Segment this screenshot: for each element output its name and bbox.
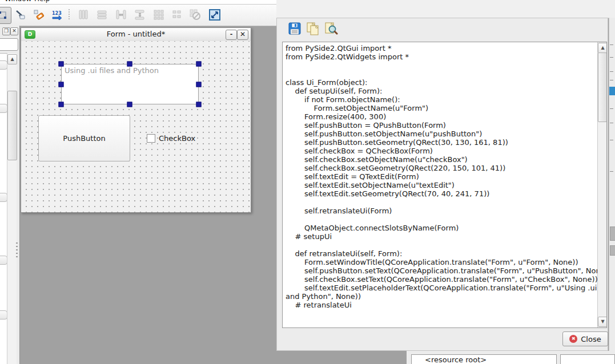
code-line: self.retranslateUi(Form) [286,207,597,215]
svg-text:123: 123 [52,11,62,16]
code-line: # setupUi [286,232,597,241]
code-line: self.textEdit.setPlaceholderText(QCoreAp… [286,284,597,292]
widget-filter-input[interactable] [0,38,18,51]
checkbox-label: CheckBox [159,134,195,143]
selection-handle-sw[interactable] [59,102,64,107]
tree-branch-mark [610,108,613,109]
layout-grid-icon [154,10,164,20]
code-line: self.pushButton = QPushButton(Form) [286,121,597,130]
layout-horizontal-splitter-button[interactable] [113,7,129,23]
find-button[interactable] [324,21,339,36]
widget-box-dock: ❐ ✕ ▲ [0,26,20,364]
layout-vertical-splitter-button[interactable] [132,7,148,23]
code-line: if not Form.objectName(): [286,95,597,104]
code-line: from PySide2.QtGui import * [286,44,597,52]
find-icon [324,22,338,35]
right-panel-edge [609,18,615,351]
break-layout-button[interactable] [187,7,203,23]
layout-vertical-button[interactable] [94,7,110,23]
textedit-placeholder-text: Using .ui files and Python [65,66,198,75]
form-titlebar[interactable]: D Form - untitled* - ✕ [21,28,251,42]
code-scrollbar[interactable]: ▲ ▼ [597,42,606,327]
code-scrollbar-thumb[interactable] [598,52,607,122]
tree-scroll-block[interactable] [610,227,615,241]
code-line: self.checkBox.setObjectName(u"checkBox") [286,155,597,164]
dialog-top-strip [276,0,615,18]
code-text: from PySide2.QtGui import *from PySide2.… [286,44,597,309]
selection-handle-n[interactable] [127,62,132,67]
selection-handle-nw[interactable] [59,62,64,67]
selection-handle-w[interactable] [59,82,64,87]
layout-horizontal-button[interactable] [75,7,91,23]
selection-handle-e[interactable] [196,82,202,87]
layout-vertical-splitter-icon [135,10,145,20]
code-line: QMetaObject.connectSlotsByName(Form) [286,224,597,232]
code-line [286,241,597,249]
edit-signals-slots-button[interactable] [13,7,29,23]
scrollbar-thumb[interactable] [7,91,17,160]
pushbutton-widget[interactable]: PushButton [38,115,130,161]
code-line: self.checkBox = QCheckBox(Form) [286,147,597,155]
main-toolbar: 123 [0,5,276,26]
copy-button[interactable] [306,21,320,36]
save-button[interactable] [287,21,302,36]
code-line: self.pushButton.setObjectName(u"pushButt… [286,130,597,138]
close-button[interactable]: ✖ Close [562,331,608,346]
checkbox-box[interactable] [147,134,155,143]
tree-selected-row[interactable] [609,87,615,95]
code-line [286,198,597,207]
form-window-title: Form - untitled* [21,30,251,38]
selection-handle-ne[interactable] [196,62,202,67]
edit-tab-order-button[interactable]: 123 [49,7,65,23]
edit-buddies-button[interactable] [31,7,47,23]
code-line: self.textEdit.setObjectName(u"textEdit") [286,181,597,189]
save-icon [288,22,301,35]
dock-resize-grip[interactable] [16,242,18,257]
code-line: and Python", None)) [286,292,597,301]
tree-branch-mark [610,123,613,123]
code-view[interactable]: from PySide2.QtGui import *from PySide2.… [282,42,607,328]
code-line: self.pushButton.setGeometry(QRect(30, 13… [286,138,597,147]
copy-icon [306,22,320,35]
dock-float-button[interactable]: ❐ [2,27,10,35]
code-line: Form.setObjectName(u"Form") [286,104,597,112]
code-line: self.pushButton.setText(QCoreApplication… [286,266,597,275]
selection-handle-s[interactable] [127,102,132,107]
scroll-down-icon[interactable]: ▼ [598,317,607,327]
edit-widgets-icon [0,11,7,20]
menubar: Window Help [0,0,276,5]
menu-window[interactable]: Window [5,0,31,3]
resource-panel[interactable] [560,354,615,364]
code-line [286,61,597,70]
tree-scroll-block[interactable] [610,245,615,256]
scroll-up-icon[interactable]: ▲ [598,43,607,53]
widget-list-scrollbar[interactable]: ▲ [7,53,17,364]
adjust-size-icon [209,9,220,21]
edit-tab-order-icon: 123 [51,10,63,20]
adjust-size-button[interactable] [207,7,223,23]
code-line: self.textEdit = QTextEdit(Form) [286,172,597,181]
close-button-label: Close [581,335,601,343]
layout-vertical-icon [97,10,107,20]
layout-horizontal-splitter-icon [116,10,126,20]
resource-root-item[interactable]: <resource root> [411,354,557,364]
textedit-widget[interactable]: Using .ui files and Python [61,64,199,104]
dock-close-button[interactable]: ✕ [10,27,18,35]
code-line: class Ui_Form(object): [286,78,597,87]
scroll-up-icon[interactable]: ▲ [7,54,17,64]
selection-handle-se[interactable] [196,102,202,107]
form-minimize-button[interactable]: - [226,30,237,40]
layout-form-button[interactable] [169,7,185,23]
menu-help[interactable]: Help [34,0,50,3]
edit-buddies-icon [34,10,44,20]
checkbox-widget[interactable]: CheckBox [147,127,204,150]
layout-grid-button[interactable] [151,7,167,23]
code-line: self.textEdit.setGeometry(QRect(70, 40, … [286,189,597,198]
code-line [286,70,597,78]
form-close-button[interactable]: ✕ [237,30,248,40]
widget-list [0,53,7,364]
form-canvas[interactable]: Using .ui files and Python PushButton Ch… [21,41,251,212]
break-layout-icon [190,9,201,21]
tree-branch-mark [610,140,613,140]
edit-widgets-button[interactable] [0,7,11,24]
